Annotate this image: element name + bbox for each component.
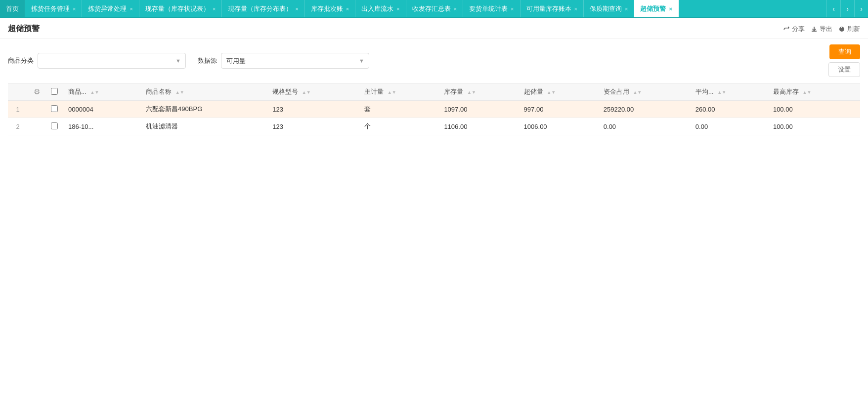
share-button[interactable]: 分享 <box>783 25 805 34</box>
close-tab-1[interactable]: × <box>73 6 76 12</box>
refresh-button[interactable]: 刷新 <box>838 25 860 34</box>
nav-tab-5[interactable]: 库存批次账 × <box>305 0 355 18</box>
nav-tab-10[interactable]: 保质期查询 × <box>584 0 634 18</box>
datasource-label: 数据源 <box>198 56 217 65</box>
th-avg-label: 平均... <box>695 88 714 95</box>
header-actions: 分享 导出 刷新 <box>783 25 860 34</box>
row-unit: 套 <box>359 101 439 118</box>
nav-prev-button[interactable]: ‹ <box>826 0 840 18</box>
sort-max-stock-icon[interactable]: ▲▼ <box>803 90 812 95</box>
row-product-name: 机油滤清器 <box>141 118 267 135</box>
row-checkbox-cell <box>45 118 63 135</box>
th-avg: 平均... ▲▼ <box>691 83 768 101</box>
table-header-row: ⚙ 商品... ▲▼ 商品名称 ▲▼ 规格型号 ▲▼ <box>8 83 860 101</box>
datasource-select[interactable]: 可用量 库存量 <box>221 53 369 69</box>
nav-tab-9[interactable]: 可用量库存账本 × <box>521 0 584 18</box>
sort-unit-icon[interactable]: ▲▼ <box>388 90 396 95</box>
th-stock-label: 库存量 <box>444 88 463 95</box>
close-tab-11[interactable]: × <box>669 6 672 12</box>
nav-tab-11[interactable]: 超储预警 × <box>634 0 678 18</box>
row-gear-cell <box>28 118 45 135</box>
row-product-name: 六配套新昌490BPG <box>141 101 267 118</box>
row-capital: 0.00 <box>599 118 691 135</box>
close-tab-9[interactable]: × <box>574 6 577 12</box>
sort-overflow-icon[interactable]: ▲▼ <box>547 90 556 95</box>
row-checkbox-1[interactable] <box>51 122 58 129</box>
close-tab-3[interactable]: × <box>213 6 216 12</box>
th-product-code-label: 商品... <box>68 88 87 95</box>
th-unit-label: 主计量 <box>364 88 384 95</box>
close-tab-2[interactable]: × <box>130 6 132 12</box>
th-max-stock-label: 最高库存 <box>773 88 799 95</box>
close-tab-10[interactable]: × <box>625 6 628 12</box>
set-button[interactable]: 设置 <box>828 62 860 77</box>
row-checkbox-0[interactable] <box>51 105 58 112</box>
gear-settings-icon[interactable]: ⚙ <box>34 87 40 96</box>
row-index: 2 <box>8 118 28 135</box>
sort-capital-icon[interactable]: ▲▼ <box>633 90 642 95</box>
th-spec: 规格型号 ▲▼ <box>267 83 359 101</box>
th-product-code: 商品... ▲▼ <box>63 83 141 101</box>
nav-next-button[interactable]: › <box>840 0 854 18</box>
main-table: ⚙ 商品... ▲▼ 商品名称 ▲▼ 规格型号 ▲▼ <box>8 83 860 135</box>
th-max-stock: 最高库存 ▲▼ <box>768 83 860 101</box>
th-capital: 资金占用 ▲▼ <box>599 83 691 101</box>
sort-stock-icon[interactable]: ▲▼ <box>467 90 476 95</box>
close-tab-6[interactable]: × <box>396 6 399 12</box>
row-index: 1 <box>8 101 28 118</box>
nav-tab-2[interactable]: 拣货异常处理 × <box>82 0 139 18</box>
th-spec-label: 规格型号 <box>272 88 298 95</box>
row-stock: 1097.00 <box>439 101 519 118</box>
sort-spec-icon[interactable]: ▲▼ <box>302 90 311 95</box>
sort-product-name-icon[interactable]: ▲▼ <box>175 90 184 95</box>
th-stock: 库存量 ▲▼ <box>439 83 519 101</box>
nav-tab-1[interactable]: 拣货任务管理 × <box>25 0 82 18</box>
row-max-stock: 100.00 <box>768 101 860 118</box>
close-tab-8[interactable]: × <box>511 6 514 12</box>
filter-area: 商品分类 ▼ 数据源 可用量 库存量 ▼ 查询 设置 <box>0 39 868 83</box>
nav-tab-7[interactable]: 收发存汇总表 × <box>406 0 463 18</box>
nav-arrows: ‹ › › <box>826 0 868 18</box>
nav-tab-6[interactable]: 出入库流水 × <box>355 0 406 18</box>
th-capital-label: 资金占用 <box>604 88 629 95</box>
table-body: 1 0000004 六配套新昌490BPG 123 套 1097.00 997.… <box>8 101 860 135</box>
row-unit: 个 <box>359 118 439 135</box>
page-title: 超储预警 <box>8 24 40 34</box>
close-tab-4[interactable]: × <box>295 6 298 12</box>
sort-avg-icon[interactable]: ▲▼ <box>717 90 726 95</box>
datasource-select-wrapper: 可用量 库存量 ▼ <box>221 53 369 69</box>
row-overflow: 1006.00 <box>519 118 599 135</box>
row-capital: 259220.00 <box>599 101 691 118</box>
row-avg: 260.00 <box>691 101 768 118</box>
row-stock: 1106.00 <box>439 118 519 135</box>
nav-tab-8[interactable]: 要货单统计表 × <box>463 0 520 18</box>
nav-tab-home[interactable]: 首页 <box>0 0 25 18</box>
sort-product-code-icon[interactable]: ▲▼ <box>90 90 99 95</box>
th-overflow-label: 超储量 <box>524 88 543 95</box>
category-select-wrapper: ▼ <box>38 53 186 69</box>
nav-tab-4[interactable]: 现存量（库存分布表） × <box>222 0 304 18</box>
export-icon <box>811 26 818 33</box>
row-overflow: 997.00 <box>519 101 599 118</box>
filter-category: 商品分类 ▼ <box>8 53 186 69</box>
nav-tab-3[interactable]: 现存量（库存状况表） × <box>139 0 222 18</box>
close-tab-7[interactable]: × <box>454 6 457 12</box>
row-gear-cell <box>28 101 45 118</box>
th-index <box>8 83 28 101</box>
th-product-name: 商品名称 ▲▼ <box>141 83 267 101</box>
th-gear: ⚙ <box>28 83 45 101</box>
category-label: 商品分类 <box>8 56 34 65</box>
query-button[interactable]: 查询 <box>829 44 860 59</box>
select-all-checkbox[interactable] <box>51 88 58 95</box>
row-avg: 0.00 <box>691 118 768 135</box>
table-container: ⚙ 商品... ▲▼ 商品名称 ▲▼ 规格型号 ▲▼ <box>0 83 868 135</box>
row-product-code: 0000004 <box>63 101 141 118</box>
export-button[interactable]: 导出 <box>811 25 832 34</box>
row-max-stock: 100.00 <box>768 118 860 135</box>
category-select[interactable] <box>38 53 186 69</box>
refresh-icon <box>838 26 845 33</box>
close-tab-5[interactable]: × <box>346 6 349 12</box>
row-spec: 123 <box>267 101 359 118</box>
nav-more-button[interactable]: › <box>854 0 868 18</box>
table-row: 2 186-10... 机油滤清器 123 个 1106.00 1006.00 … <box>8 118 860 135</box>
